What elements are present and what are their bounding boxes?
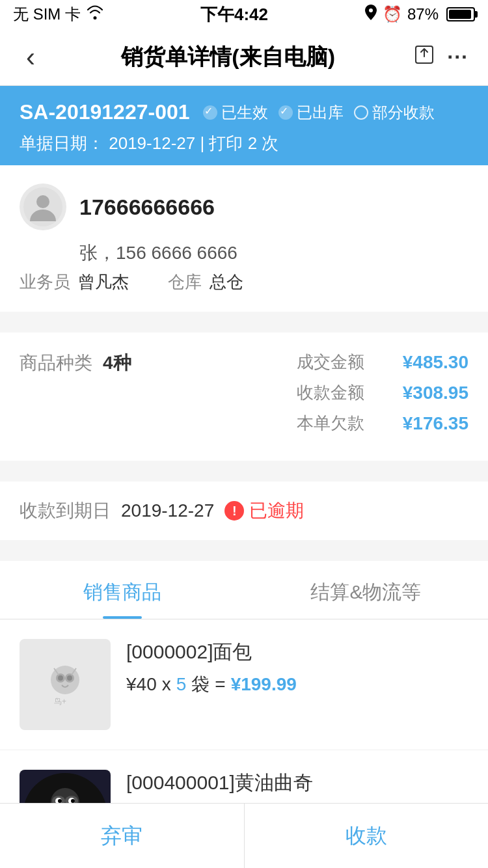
check-icon-2 <box>278 105 293 120</box>
clock-icon <box>354 105 368 120</box>
battery-text: 87% <box>407 5 439 23</box>
salesperson-label: 业务员 <box>20 271 70 293</box>
status-partial: 部分收款 <box>354 102 435 123</box>
product-name-1: [0000002]面包 <box>126 639 468 666</box>
tabs-section: 销售商品 结算&物流等 <box>0 561 488 619</box>
warehouse-info: 仓库 总仓 <box>168 271 243 293</box>
due-label: 收款到期日 <box>20 498 111 523</box>
product-info-1: [0000002]面包 ¥40 x 5 袋 = ¥199.99 <box>126 639 468 697</box>
customer-phone: 张，156 6666 6666 <box>79 241 468 265</box>
location-icon <box>364 5 377 24</box>
product-item-1: 鸟+ [0000002]面包 ¥40 x 5 袋 = ¥199.99 <box>0 619 488 750</box>
product-types-value: 4种 <box>103 351 131 375</box>
tab-sales-products[interactable]: 销售商品 <box>0 561 244 619</box>
salesperson-info: 业务员 曾凡杰 <box>20 271 129 293</box>
order-header: SA-20191227-001 已生效 已出库 部分收款 单据日期： 2019-… <box>0 86 488 165</box>
overdue-text: 已逾期 <box>249 498 304 523</box>
cancel-button[interactable]: 弃审 <box>0 804 245 868</box>
product-types-label: 商品种类 <box>20 351 92 375</box>
amount-item-deal: 成交金额 ¥485.30 <box>297 351 468 373</box>
more-button[interactable]: ··· <box>447 45 468 69</box>
product-price-1: ¥40 <box>126 674 157 695</box>
amount-received-label: 收款金额 <box>297 381 364 404</box>
amount-debt-label: 本单欠款 <box>297 412 364 435</box>
amount-item-debt: 本单欠款 ¥176.35 <box>297 412 468 435</box>
warehouse-value: 总仓 <box>210 271 243 293</box>
product-unit-1: 袋 <box>191 672 210 697</box>
svg-point-3 <box>36 195 49 208</box>
status-shipped: 已出库 <box>278 102 344 123</box>
overdue-icon: ! <box>224 501 244 521</box>
order-id: SA-20191227-001 <box>20 100 190 124</box>
separator-3 <box>0 550 488 561</box>
back-button[interactable]: ‹ <box>20 35 42 79</box>
status-right: ⏰ 87% <box>364 5 475 24</box>
customer-info-row: 业务员 曾凡杰 仓库 总仓 <box>20 271 468 293</box>
check-icon-1 <box>203 105 217 120</box>
battery-icon <box>446 7 475 21</box>
status-time: 下午4:42 <box>200 3 268 26</box>
status-bar: 无 SIM 卡 下午4:42 ⏰ 87% <box>0 0 488 29</box>
svg-point-8 <box>58 675 63 681</box>
page-title: 销货单详情(来自电脑) <box>121 42 335 72</box>
status-left: 无 SIM 卡 <box>13 4 104 25</box>
amount-debt-value: ¥176.35 <box>377 413 468 434</box>
amounts: 成交金额 ¥485.30 收款金额 ¥308.95 本单欠款 ¥176.35 <box>297 351 468 442</box>
status-effective: 已生效 <box>203 102 268 123</box>
alarm-icon: ⏰ <box>383 5 402 23</box>
svg-point-9 <box>67 675 72 681</box>
salesperson-value: 曾凡杰 <box>78 271 129 293</box>
overdue-badge: ! 已逾期 <box>224 498 304 523</box>
product-thumb-1: 鸟+ <box>20 639 111 730</box>
wifi-icon <box>86 5 104 23</box>
product-types-item: 商品种类 4种 <box>20 351 131 375</box>
product-name-2: [000400001]黄油曲奇 <box>126 770 468 796</box>
tabs-bar: 销售商品 结算&物流等 <box>0 561 488 619</box>
summary-section: 商品种类 4种 成交金额 ¥485.30 收款金额 ¥308.95 本单欠款 ¥… <box>0 332 488 461</box>
svg-point-0 <box>369 8 373 12</box>
nav-bar: ‹ 销货单详情(来自电脑) ··· <box>0 29 488 86</box>
carrier-text: 无 SIM 卡 <box>13 4 81 25</box>
product-price-row-1: ¥40 x 5 袋 = ¥199.99 <box>126 672 468 697</box>
confirm-button[interactable]: 收款 <box>245 804 489 868</box>
avatar <box>20 183 66 230</box>
due-date-value: 2019-12-27 <box>121 500 214 521</box>
bottom-bar: 弃审 收款 <box>0 803 488 868</box>
order-date: 单据日期： 2019-12-27 | 打印 2 次 <box>20 132 468 155</box>
product-total-1: ¥199.99 <box>231 674 297 695</box>
separator-2 <box>0 471 488 481</box>
amount-deal-label: 成交金额 <box>297 351 364 373</box>
customer-section: 17666666666 张，156 6666 6666 业务员 曾凡杰 仓库 总… <box>0 165 488 312</box>
amount-item-received: 收款金额 ¥308.95 <box>297 381 468 404</box>
status-tags: 已生效 已出库 部分收款 <box>203 102 435 123</box>
amount-deal-value: ¥485.30 <box>377 352 468 373</box>
share-button[interactable] <box>414 45 434 69</box>
svg-text:鸟+: 鸟+ <box>54 697 66 706</box>
separator-1 <box>0 322 488 332</box>
product-qty-1: 5 <box>176 674 187 695</box>
nav-actions: ··· <box>414 45 468 69</box>
due-section: 收款到期日 2019-12-27 ! 已逾期 <box>0 481 488 540</box>
customer-id: 17666666666 <box>79 195 215 220</box>
amount-received-value: ¥308.95 <box>377 383 468 403</box>
warehouse-label: 仓库 <box>168 271 202 293</box>
tab-settlement[interactable]: 结算&物流等 <box>244 561 488 619</box>
